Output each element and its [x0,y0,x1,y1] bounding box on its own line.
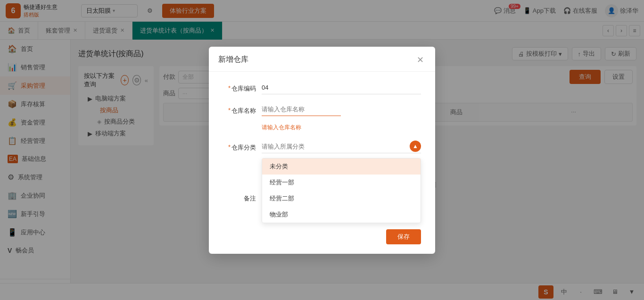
name-input-row: * 仓库名称 [223,103,421,116]
dialog-title: 新增仓库 [218,55,248,65]
dialog-header: 新增仓库 ✕ [209,47,435,72]
category-input[interactable] [262,140,410,153]
name-input-wrap [262,103,421,116]
form-row-name: * 仓库名称 请输入仓库名称 [223,103,421,132]
form-row-category: * 仓库分类 ▲ 未分类 经营一部 经营二部 物业部 [223,140,421,153]
dialog-body: * 仓库编码 * 仓库名称 请输入仓库名称 [209,72,435,229]
modal-overlay[interactable]: 新增仓库 ✕ * 仓库编码 * 仓库名称 [0,0,644,300]
dropdown-item-0[interactable]: 未分类 [262,158,421,175]
name-error-msg: 请输入仓库名称 [223,124,301,132]
code-label: * 仓库编码 [223,81,256,93]
category-label: * 仓库分类 [223,140,256,152]
note-label: 备注 [223,191,256,203]
dialog-close-button[interactable]: ✕ [414,54,426,66]
dialog-footer: 保存 [209,229,435,244]
dropdown-item-3[interactable]: 物业部 [262,207,421,223]
category-dropdown: 未分类 经营一部 经营二部 物业部 [262,158,421,223]
form-row-code: * 仓库编码 [223,81,421,94]
name-input[interactable] [262,103,341,116]
category-dropdown-toggle[interactable]: ▲ [410,141,421,152]
save-button[interactable]: 保存 [386,229,421,244]
add-warehouse-dialog: 新增仓库 ✕ * 仓库编码 * 仓库名称 [209,47,435,254]
name-label: * 仓库名称 [223,103,256,115]
dropdown-item-2[interactable]: 经营二部 [262,191,421,207]
code-input[interactable] [262,81,421,94]
dropdown-item-1[interactable]: 经营一部 [262,175,421,191]
category-select-wrap: ▲ [262,140,421,153]
